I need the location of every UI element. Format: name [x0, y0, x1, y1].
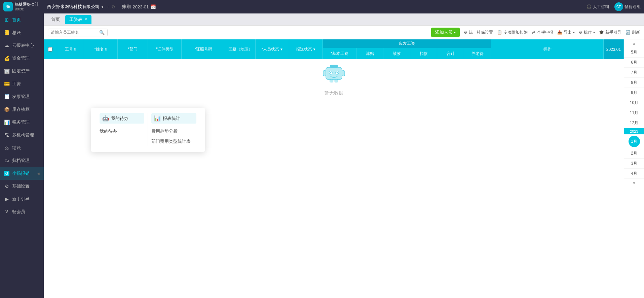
popup-item-dept-cost[interactable]: 部门费用类型统计表 [151, 136, 196, 146]
period-label: 账期 [122, 4, 131, 10]
sidebar-item-cloud-report[interactable]: ☁ 云报表中心 [0, 39, 44, 52]
sidebar-label-cloud: 云报表中心 [12, 42, 34, 48]
sidebar-label-salary: 工资 [12, 81, 21, 87]
popup-menu: 🤖 我的待办 我的待办 📊 报表统计 费用趋势分析 [91, 108, 205, 152]
month-3[interactable]: 3月 [624, 159, 644, 169]
user-area[interactable]: CE 畅捷通组 [614, 2, 641, 11]
month-7[interactable]: 7月 [624, 68, 644, 78]
sidebar-item-invoice[interactable]: 🧾 发票管理 [0, 90, 44, 103]
guide-btn[interactable]: 🎓 新手引导 [599, 30, 621, 35]
sidebar-item-home[interactable]: ⊞ 首页 [0, 13, 44, 26]
th-overtime: 津贴 [356, 48, 383, 59]
refresh-btn[interactable]: 🔄 刷新 [626, 30, 640, 35]
company-dropdown-arrow[interactable]: ▾ [102, 5, 103, 9]
sidebar-item-fund[interactable]: 💰 资金管理 [0, 52, 44, 65]
todo-icon: 🤖 [102, 115, 109, 122]
sidebar-item-multi-org[interactable]: 🏗 多机构管理 [0, 129, 44, 141]
th-salary-group-label: 应发工资 [323, 39, 491, 48]
th-idtype-label: *证件类型 [156, 46, 174, 52]
sidebar-item-inventory[interactable]: 📦 库存核算 [0, 103, 44, 116]
month-1-wrapper[interactable]: 1月 [624, 134, 644, 148]
month-11[interactable]: 11月 [624, 108, 644, 118]
sort-id-icon[interactable]: ⇅ [74, 48, 76, 51]
th-name: *姓名 ⇅ [84, 39, 118, 59]
year-panel: ▲ 5月 6月 7月 8月 9月 10月 11月 12月 2023 1月 2月 … [624, 39, 644, 298]
popup-section-header-report[interactable]: 📊 报表统计 [151, 113, 196, 124]
popup-section-header-todo: 🤖 我的待办 [100, 113, 144, 124]
add-person-dropdown-arrow: ▾ [454, 31, 456, 34]
tab-home[interactable]: 首页 [47, 15, 64, 24]
sidebar-label-inventory: 库存核算 [12, 106, 30, 112]
th-checkbox[interactable] [44, 39, 57, 59]
sidebar-label-fixed: 固定资产 [12, 68, 30, 74]
svg-rect-10 [335, 79, 338, 82]
month-8[interactable]: 8月 [624, 78, 644, 88]
special-deduct-btn[interactable]: 📋 专项附加扣除 [497, 30, 528, 35]
period-value[interactable]: 2023-01 [133, 4, 149, 9]
sidebar-item-archive[interactable]: 🗂 归档管理 [0, 154, 44, 167]
month-1-active[interactable]: 1月 [629, 136, 640, 147]
sidebar-label-member: 畅会员 [12, 209, 25, 215]
sidebar-item-salary[interactable]: 💳 工资 [0, 77, 44, 90]
export-label: 导出 [564, 30, 572, 35]
tab-salary-label: 工资表 [69, 16, 82, 23]
month-10[interactable]: 10月 [624, 98, 644, 108]
tax-report-btn[interactable]: 🖨 个税申报 [532, 30, 553, 35]
sidebar-item-fixed-assets[interactable]: 🏢 固定资产 [0, 65, 44, 77]
export-btn[interactable]: 📤 导出 ▾ [557, 30, 575, 35]
sidebar-item-settlement[interactable]: ⚖ 结账 [0, 141, 44, 154]
settings-icon[interactable]: ⚙ [111, 4, 115, 9]
company-area[interactable]: 西安虾米网络科技有限公司 ▾ + ⚙ [47, 4, 115, 10]
sidebar-item-tax[interactable]: 📊 税务管理 [0, 116, 44, 129]
guide-icon: ▶ [4, 196, 9, 202]
avatar-text: CE [616, 5, 621, 9]
tab-salary[interactable]: 工资表 ✕ [65, 15, 91, 24]
year-panel-down-arrow[interactable]: ▼ [624, 179, 644, 187]
search-icon[interactable]: 🔍 [99, 30, 105, 35]
month-12[interactable]: 12月 [624, 118, 644, 128]
operation-btn[interactable]: ⚙ 操作 ▾ [579, 30, 595, 35]
select-all-checkbox[interactable] [48, 47, 52, 52]
export-dropdown-icon: ▾ [573, 31, 575, 34]
cost-trend-label: 费用趋势分析 [151, 129, 178, 134]
popup-item-my-todo[interactable]: 我的待办 [100, 126, 144, 136]
svg-rect-8 [342, 71, 345, 76]
svg-rect-9 [330, 79, 333, 82]
sidebar-item-basic[interactable]: ⚙ 基础设置 [0, 180, 44, 193]
user-label: 畅捷通组 [624, 4, 641, 10]
tab-close-btn[interactable]: ✕ [84, 17, 87, 22]
logo-sub: 旗舰版 [15, 7, 39, 11]
month-4[interactable]: 4月 [624, 169, 644, 179]
tax-icon: 📊 [4, 120, 9, 125]
search-box[interactable]: 🔍 [48, 29, 108, 36]
month-9[interactable]: 9月 [624, 88, 644, 98]
popup-item-cost-trend[interactable]: 费用趋势分析 [151, 126, 196, 136]
dept-cost-label: 部门费用类型统计表 [151, 139, 191, 144]
sort-name-icon[interactable]: ⇅ [105, 48, 107, 51]
th-pension-label: 养老待 [471, 51, 484, 57]
calendar-icon[interactable]: 📅 [151, 4, 156, 9]
support-btn[interactable]: 🎧 人工咨询 [586, 4, 609, 10]
operation-dropdown-icon: ▾ [593, 31, 595, 34]
sidebar-item-guide[interactable]: ▶ 新手引导 [0, 193, 44, 205]
th-total: 合计 [437, 48, 464, 59]
main-layout: ⊞ 首页 📒 总账 ☁ 云报表中心 💰 资金管理 🏢 固定资产 💳 工资 🧾 发… [0, 13, 644, 298]
logo-area: 畅 畅捷通好会计 旗舰版 [3, 2, 44, 11]
logo-text-block: 畅捷通好会计 旗舰版 [15, 2, 39, 11]
year-panel-up-arrow[interactable]: ▲ [624, 39, 644, 47]
social-security-btn[interactable]: ⚙ 统一社保设置 [464, 30, 493, 35]
th-status: *人员状态 ▼ [256, 39, 289, 59]
filter-status-icon[interactable]: ▼ [280, 47, 283, 51]
filter-send-icon[interactable]: ▼ [313, 47, 316, 51]
month-2[interactable]: 2月 [624, 148, 644, 159]
add-person-btn[interactable]: 添加人员 ▾ [431, 28, 460, 37]
sidebar-item-xiaochang[interactable]: G 小畅报销 ◀ [0, 167, 44, 180]
sidebar-label-multi: 多机构管理 [12, 132, 34, 138]
sidebar-item-ledger[interactable]: 📒 总账 [0, 26, 44, 39]
sidebar-item-member[interactable]: V 畅会员 [0, 205, 44, 218]
th-send: 报送状态 ▼ [289, 39, 323, 59]
month-6[interactable]: 6月 [624, 58, 644, 68]
month-5[interactable]: 5月 [624, 47, 644, 58]
search-input[interactable] [51, 30, 98, 35]
add-company-btn[interactable]: + [107, 4, 109, 9]
